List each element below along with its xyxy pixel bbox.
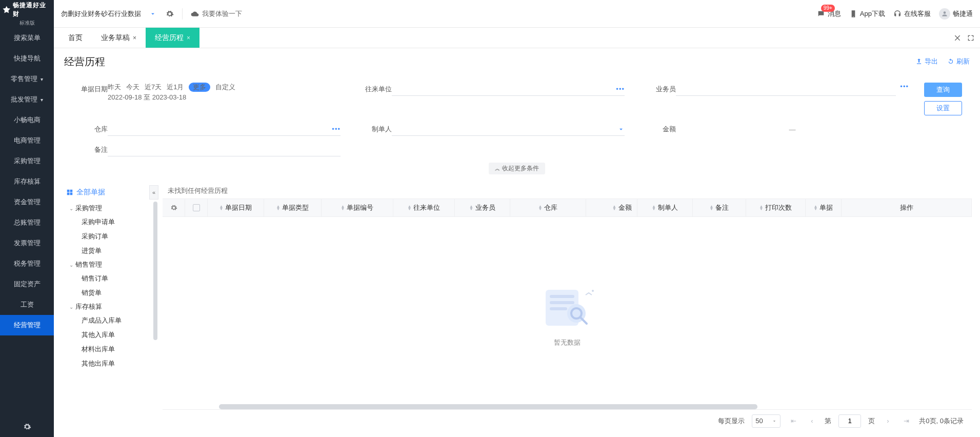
th-remark[interactable]: ▲▼备注 xyxy=(693,199,746,216)
sidebar-item[interactable]: 搜索菜单 xyxy=(0,28,54,48)
party-input[interactable]: ••• xyxy=(392,83,625,96)
sidebar-item[interactable]: 总账管理 xyxy=(0,212,54,233)
tree-title[interactable]: 全部单据 xyxy=(62,183,157,202)
setting-button[interactable]: 设置 xyxy=(924,101,962,115)
sidebar-item[interactable]: 发票管理 xyxy=(0,233,54,253)
messages-button[interactable]: 99+ 消息 xyxy=(817,9,841,18)
tree-leaf[interactable]: 销货单 xyxy=(62,286,157,300)
gear-icon[interactable] xyxy=(166,10,174,18)
sidebar-item[interactable]: 采购管理 xyxy=(0,151,54,171)
th-print[interactable]: ▲▼打印次数 xyxy=(746,199,806,216)
tree-leaf[interactable]: 产成品入库单 xyxy=(62,313,157,328)
service-button[interactable]: 在线客服 xyxy=(893,9,931,18)
close-icon[interactable]: × xyxy=(187,34,190,42)
field-party: 往来单位 ••• xyxy=(356,83,625,96)
user-name: 畅捷通 xyxy=(953,9,973,18)
th-checkbox[interactable] xyxy=(185,199,208,216)
h-scrollbar[interactable] xyxy=(163,404,972,409)
refresh-button[interactable]: 刷新 xyxy=(947,57,970,66)
tree-leaf[interactable]: 销售订单 xyxy=(62,271,157,286)
th-party[interactable]: ▲▼往来单位 xyxy=(393,199,455,216)
field-remark: 备注 xyxy=(72,143,341,156)
sidebar-item[interactable]: 经营管理 xyxy=(0,315,54,335)
tree-group[interactable]: ⌄采购管理 xyxy=(62,202,157,215)
th-type[interactable]: ▲▼单据类型 xyxy=(264,199,322,216)
th-settings[interactable] xyxy=(163,199,185,216)
sidebar-item[interactable]: 快捷导航 xyxy=(0,48,54,69)
prev-page-button[interactable]: ‹ xyxy=(806,415,817,427)
sidebar-item[interactable]: 库存核算 xyxy=(0,171,54,192)
try-link[interactable]: 我要体验一下 xyxy=(191,9,242,18)
date-today[interactable]: 今天 xyxy=(126,83,139,92)
tab[interactable]: 首页 xyxy=(59,28,92,48)
org-selector[interactable]: 勿删好业财务砂石行业数据 xyxy=(61,9,141,18)
tab[interactable]: 经营历程× xyxy=(146,28,199,48)
collapse-filters-button[interactable]: ︽ 收起更多条件 xyxy=(489,163,545,174)
tab[interactable]: 业务草稿× xyxy=(92,28,146,48)
tree-group[interactable]: ⌄库存核算 xyxy=(62,300,157,313)
th-warehouse[interactable]: ▲▼仓库 xyxy=(510,199,586,216)
salesman-input[interactable] xyxy=(676,83,896,96)
field-warehouse: 仓库 ••• xyxy=(72,123,341,136)
tree-leaf[interactable]: 进货单 xyxy=(62,244,157,258)
amount-input[interactable]: — xyxy=(676,123,909,136)
th-maker[interactable]: ▲▼制单人 xyxy=(637,199,693,216)
query-button[interactable]: 查询 xyxy=(924,83,962,97)
sidebar-item[interactable]: 零售管理▾ xyxy=(0,69,54,89)
sidebar-item[interactable]: 资金管理 xyxy=(0,192,54,212)
next-page-button[interactable]: › xyxy=(882,415,893,427)
sidebar-item[interactable]: 电商管理 xyxy=(0,130,54,151)
sidebar-item[interactable]: 小畅电商 xyxy=(0,110,54,130)
user-menu[interactable]: 畅捷通 xyxy=(939,8,973,19)
th-no[interactable]: ▲▼单据编号 xyxy=(322,199,393,216)
sidebar-item[interactable]: 工资 xyxy=(0,294,54,315)
tree-leaf[interactable]: 采购申请单 xyxy=(62,215,157,229)
tree-title-label: 全部单据 xyxy=(76,188,105,197)
svg-rect-1 xyxy=(550,295,574,298)
page-suffix: 页 xyxy=(868,416,875,426)
date-more[interactable]: 更多 xyxy=(189,83,210,92)
page-size-select[interactable]: 50 xyxy=(752,414,781,428)
th-salesman[interactable]: ▲▼业务员 xyxy=(455,199,510,216)
close-all-icon[interactable] xyxy=(953,34,962,42)
date-yesterday[interactable]: 昨天 xyxy=(108,83,121,92)
brand-logo: 畅捷通好业财 标准版 xyxy=(0,0,54,28)
page-input[interactable] xyxy=(838,414,861,428)
export-button[interactable]: 导出 xyxy=(915,57,938,66)
tree-leaf[interactable]: 采购订单 xyxy=(62,229,157,244)
maker-input[interactable] xyxy=(392,123,625,136)
warehouse-input[interactable]: ••• xyxy=(108,123,341,136)
page-prefix: 第 xyxy=(825,416,831,426)
more-icon[interactable]: ••• xyxy=(616,85,625,93)
fullscreen-icon[interactable] xyxy=(967,34,975,42)
more-icon[interactable]: ••• xyxy=(332,125,341,133)
th-order[interactable]: ▲▼单据 xyxy=(806,199,842,216)
date-custom[interactable]: 自定义 xyxy=(215,83,235,92)
th-amount[interactable]: ▲▼金额 xyxy=(586,199,637,216)
try-label: 我要体验一下 xyxy=(202,9,242,18)
sidebar-settings[interactable] xyxy=(0,416,54,437)
tree-leaf[interactable]: 其他出库单 xyxy=(62,356,157,371)
export-label: 导出 xyxy=(925,57,938,66)
cloud-icon xyxy=(191,10,199,18)
first-page-button[interactable]: ⇤ xyxy=(788,415,799,427)
th-date[interactable]: ▲▼单据日期 xyxy=(208,199,264,216)
sidebar-item[interactable]: 批发管理▾ xyxy=(0,89,54,110)
date-1m[interactable]: 近1月 xyxy=(167,83,184,92)
more-icon[interactable]: ••• xyxy=(900,83,909,90)
user-icon xyxy=(941,10,948,17)
close-icon[interactable]: × xyxy=(133,34,136,42)
sidebar-item[interactable]: 固定资产 xyxy=(0,274,54,294)
date-7d[interactable]: 近7天 xyxy=(145,83,162,92)
tree-leaf[interactable]: 其他入库单 xyxy=(62,328,157,342)
remark-input[interactable] xyxy=(108,143,341,156)
tree-scrollbar[interactable] xyxy=(153,202,157,432)
app-download-button[interactable]: App下载 xyxy=(849,9,885,18)
tree-collapse-button[interactable]: « xyxy=(149,185,158,200)
tree-group[interactable]: ⌄销售管理 xyxy=(62,258,157,271)
chevron-down-icon[interactable] xyxy=(149,10,156,17)
sidebar-item[interactable]: 税务管理 xyxy=(0,253,54,274)
last-page-button[interactable]: ⇥ xyxy=(901,415,912,427)
tree-leaf[interactable]: 材料出库单 xyxy=(62,342,157,356)
empty-illustration xyxy=(536,280,598,331)
